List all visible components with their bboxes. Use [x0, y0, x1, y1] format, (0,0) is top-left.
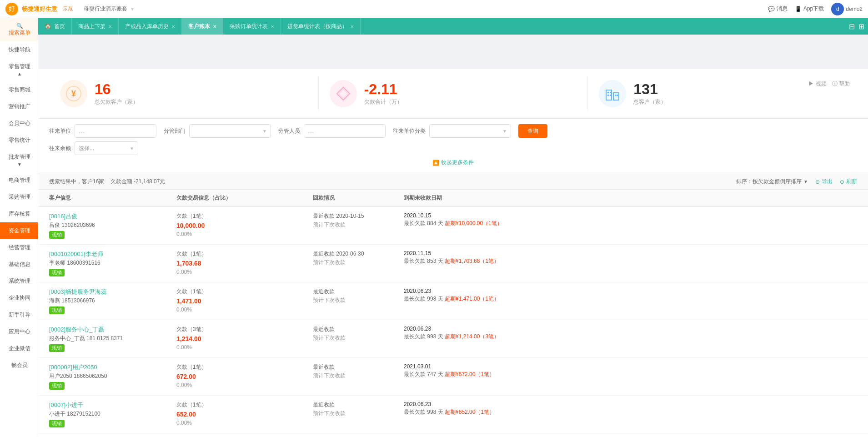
tab-bar: 🏠 首页 商品上下架 ✕ 产成品入库单历史 ✕ 客户账本 ✕ 采购订单统计表 ✕… [0, 18, 868, 35]
table-section: 客户信息 欠款交易信息（占比） 回款情况 到期未收款日期 [0016]吕俊 吕俊… [38, 190, 868, 437]
tab-expand-icon[interactable]: ⊞ [858, 22, 864, 31]
result-summary: 搜索结果中，客户16家 欠款金额 -21,148.07元 [49, 178, 165, 186]
sidebar-item-app-center[interactable]: 应用中心 [0, 323, 38, 340]
category-chevron-down-icon: ▼ [502, 129, 507, 134]
chevron-down-icon: ▲ [17, 71, 22, 76]
export-btn[interactable]: ⊙ 导出 [815, 178, 833, 186]
debt-info-text: 欠款（1笔） [176, 363, 313, 371]
sidebar-item-enterprise-collab[interactable]: 企业协同 [0, 290, 38, 306]
store-select[interactable]: 母婴行业演示账套 [84, 5, 127, 13]
sidebar-item-vip-member[interactable]: 畅会员 [0, 357, 38, 374]
collapse-btn[interactable]: 🔼 收起更多条件 [432, 159, 474, 166]
col-header-debt: 欠款交易信息（占比） [176, 194, 313, 202]
overdue-amount-link[interactable]: 超期¥1,471.00（1笔） [445, 296, 499, 302]
tab-customer-account[interactable]: 客户账本 ✕ [182, 18, 223, 35]
filter-dept: 分管部门 ▼ [164, 124, 271, 138]
recovery-cell: 最近收款 预计下次收款 [313, 401, 404, 417]
customer-tag: 现销 [49, 269, 65, 276]
owing-customers-label: 总欠款客户（家） [95, 98, 138, 106]
debt-percent: 0.00% [176, 344, 313, 351]
logo-area: 好 畅捷通好生意 示范 母婴行业演示账套 ▾ [5, 3, 134, 15]
filter-customer-input[interactable]: ... [75, 124, 156, 138]
refresh-btn[interactable]: ⊙ 刷新 [840, 178, 857, 186]
tab-close-icon[interactable]: ✕ [108, 24, 112, 29]
sidebar-item-system[interactable]: 系统管理 [0, 273, 38, 290]
customer-name-link[interactable]: [0007]小进干 [49, 402, 83, 408]
recovery-last: 最近收款 2020-10-15 [313, 212, 404, 220]
balance-chevron-down-icon: ▼ [130, 146, 134, 151]
customer-name-link[interactable]: [0003]畅捷服务尹海蕊 [49, 288, 107, 295]
duedate-cell: 2020.11.15 最长欠款 853 天 超期¥1,703.68（1笔） [404, 250, 857, 265]
filter-category: 往来单位分类 ▼ [393, 124, 511, 138]
tab-close-icon[interactable]: ✕ [350, 24, 354, 29]
tab-purchase-order[interactable]: 采购订单统计表 ✕ [223, 18, 281, 35]
svg-rect-6 [607, 92, 609, 93]
sidebar-item-quick-nav[interactable]: 快捷导航 [0, 41, 38, 58]
yuan-icon: ¥ [60, 80, 87, 107]
sidebar-item-basic-info[interactable]: 基础信息 [0, 256, 38, 273]
sidebar-item-search-menu[interactable]: 🔍 搜索菜单 [0, 18, 38, 41]
tab-incoming-stats[interactable]: 进货单统计表（按商品） ✕ [281, 18, 361, 35]
overdue-amount-link[interactable]: 超期¥1,214.00（3笔） [445, 333, 499, 340]
sidebar-item-ecommerce[interactable]: 电商管理 [0, 172, 38, 189]
sidebar-item-retail-stats[interactable]: 零售统计 [0, 132, 38, 149]
filter-dept-select[interactable]: ▼ [189, 124, 271, 138]
overdue-amount-link[interactable]: 超期¥1,703.68（1笔） [445, 258, 499, 264]
result-actions: 排序：按欠款金额倒序排序 ▼ ⊙ 导出 ⊙ 刷新 [736, 178, 857, 186]
overdue-amount-link[interactable]: 超期¥10,000.00（1笔） [445, 220, 502, 226]
user-avatar[interactable]: d demo2 [831, 3, 863, 15]
tab-minimize-icon[interactable]: ⊟ [849, 22, 855, 31]
owing-customers-number: 16 [95, 82, 138, 96]
help-link[interactable]: ⓘ 帮助 [832, 80, 850, 88]
filter-category-select[interactable]: ▼ [429, 124, 511, 138]
customer-name-link[interactable]: [000002]用户2050 [49, 364, 97, 371]
stat-info-amount: -2.11 欠款合计（万） [364, 82, 402, 106]
app-download-btn[interactable]: 📱 App下载 [795, 5, 824, 13]
sidebar-item-enterprise-wechat[interactable]: 企业微信 [0, 340, 38, 357]
filter-person: 分管人员 ... [278, 124, 386, 138]
customer-name-link[interactable]: [0016]吕俊 [49, 213, 77, 220]
tab-home[interactable]: 🏠 首页 [38, 18, 72, 35]
customer-name-link[interactable]: [0002]服务中心_丁磊 [49, 326, 104, 333]
tab-product-off[interactable]: 商品上下架 ✕ [72, 18, 119, 35]
filter-person-input[interactable]: ... [304, 124, 386, 138]
sidebar-item-purchase[interactable]: 采购管理 [0, 189, 38, 206]
sidebar-item-member-center[interactable]: 会员中心 [0, 115, 38, 132]
sort-select[interactable]: 排序：按欠款金额倒序排序 ▼ [736, 178, 808, 186]
tab-product-history[interactable]: 产成品入库单历史 ✕ [119, 18, 182, 35]
sidebar-item-retail-mall[interactable]: 零售商城 [0, 81, 38, 98]
overdue-amount-link[interactable]: 超期¥672.00（1笔） [445, 371, 495, 377]
tab-close-icon[interactable]: ✕ [213, 24, 216, 29]
overdue-days: 最长欠款 747 天 超期¥672.00（1笔） [404, 371, 857, 378]
refresh-icon: ⊙ [840, 179, 844, 185]
sidebar-item-stock[interactable]: 库存核算 [0, 206, 38, 222]
recovery-next: 预计下次收款 [313, 372, 404, 380]
customer-info-cell: [0001020001]李老师 李老师 18600391516 现销 [49, 250, 176, 276]
sidebar-item-batch-mgmt[interactable]: 批发管理 ▼ [0, 149, 38, 172]
app-icon: 📱 [795, 6, 802, 12]
tab-close-icon[interactable]: ✕ [271, 24, 274, 29]
filter-balance-select[interactable]: 选择... ▼ [75, 141, 138, 155]
filter-row-1: 往来单位 ... 分管部门 ▼ 分管人员 ... 往来单位分类 [49, 124, 857, 138]
result-bar: 搜索结果中，客户16家 欠款金额 -21,148.07元 排序：按欠款金额倒序排… [38, 174, 868, 190]
overdue-amount-link[interactable]: 超期¥652.00（1笔） [445, 409, 495, 415]
customer-name-link[interactable]: [0001020001]李老师 [49, 251, 103, 257]
svg-rect-11 [617, 95, 618, 96]
message-btn[interactable]: 💬 消息 [768, 5, 788, 13]
tab-close-icon[interactable]: ✕ [171, 24, 175, 29]
recovery-cell: 最近收款 预计下次收款 [313, 326, 404, 342]
sidebar-item-marketing[interactable]: 营销推广 [0, 98, 38, 115]
tab-bar-actions: ⊟ ⊞ [849, 22, 868, 31]
export-icon: ⊙ [815, 179, 820, 185]
sidebar-item-retail-mgmt[interactable]: 零售管理 ▲ [0, 58, 38, 81]
video-link[interactable]: ▶ 视频 [808, 80, 826, 88]
store-arrow-icon[interactable]: ▾ [131, 6, 134, 12]
logo-icon: 好 [5, 3, 18, 15]
query-button[interactable]: 查询 [518, 124, 547, 138]
sidebar-item-operation[interactable]: 经营管理 [0, 239, 38, 256]
customer-phone: 服务中心_丁磊 181 0125 8371 [49, 335, 176, 342]
dept-chevron-down-icon: ▼ [262, 129, 267, 134]
sidebar-item-finance[interactable]: 资金管理 [0, 222, 38, 239]
stat-top-right-links: ▶ 视频 ⓘ 帮助 [808, 80, 850, 88]
sidebar-item-new-guide[interactable]: 新手引导 [0, 306, 38, 323]
